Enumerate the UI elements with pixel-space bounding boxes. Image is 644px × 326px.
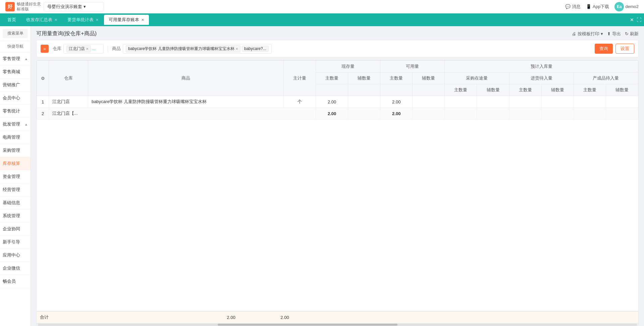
- sidebar-item-retail-mall[interactable]: 零售商城: [0, 65, 31, 79]
- remove-product-1-icon[interactable]: ✕: [235, 47, 238, 51]
- cell-fin-aux: [606, 96, 638, 108]
- sidebar-item-ecommerce[interactable]: 电商管理: [0, 131, 31, 144]
- tab-home[interactable]: 首页: [3, 15, 21, 25]
- close-icon[interactable]: ✕: [141, 18, 144, 22]
- page-title: 可用量查询(按仓库+商品): [36, 30, 97, 37]
- filter-expand-button[interactable]: »: [41, 45, 49, 53]
- cell-sub-pur-main: [445, 108, 477, 120]
- th-avail-aux2: [413, 84, 445, 96]
- footer-values: 2.00 2.00: [90, 315, 486, 320]
- cell-sub-avail-main: 2.00: [380, 108, 413, 120]
- message-button[interactable]: 💬 消息: [565, 4, 581, 10]
- logo-area: 好 畅捷通好生意 标准版: [5, 2, 41, 11]
- logo-text: 畅捷通好生意 标准版: [17, 2, 41, 11]
- cell-fin-main: [574, 96, 606, 108]
- cell-stock-main: 2.00: [316, 96, 348, 108]
- chevron-down-icon: ▾: [84, 4, 86, 9]
- th-pur-aux: 辅数量: [477, 84, 509, 96]
- sidebar-item-newbie[interactable]: 新手引导: [0, 236, 31, 249]
- template-print-button[interactable]: 🖨 按模板打印 ▾: [572, 31, 603, 37]
- arrow-icon: ▲: [24, 57, 28, 61]
- th-gear[interactable]: ⚙: [37, 61, 49, 96]
- sidebar-item-retail-stats[interactable]: 零售统计: [0, 105, 31, 118]
- footer-avail-main: 2.00: [271, 315, 298, 320]
- inventory-table: ⚙ 仓库 商品 主计量 现存量 可用量 预计入库量 主数量 辅数量 主数量: [37, 60, 638, 120]
- sidebar-item-operations[interactable]: 经营管理: [0, 183, 31, 196]
- company-selector[interactable]: 母婴行业演示账套 ▾: [44, 2, 104, 11]
- table-footer: 合计 2.00 2.00: [37, 311, 638, 323]
- cell-unit: 个: [284, 96, 316, 108]
- cell-avail-aux: [413, 96, 445, 108]
- filter-bar: » 仓库 江北门店 ✕ ... 商品 babycare学饮杯 儿童防摔防撞吸管杯…: [36, 40, 639, 57]
- tab-available-inventory[interactable]: 可用量库存账本 ✕: [104, 15, 149, 25]
- th-fin-main: 主数量: [574, 84, 606, 96]
- product-input[interactable]: babycare学饮杯 儿童防摔防撞吸管杯重力球吸嘴杯宝宝水杯 ✕ babyca…: [123, 44, 272, 54]
- sidebar-item-enterprise-wechat[interactable]: 企业微信: [0, 262, 31, 275]
- cell-sub-fin-main: [574, 108, 606, 120]
- refresh-button[interactable]: ↻ 刷新: [625, 31, 639, 37]
- quick-nav-button[interactable]: 快捷导航: [0, 41, 31, 52]
- th-fin-aux: 辅数量: [606, 84, 638, 96]
- sidebar-item-enterprise-collab[interactable]: 企业协同: [0, 223, 31, 236]
- th-stock-main2: [316, 84, 348, 96]
- chevron-down-icon: ▾: [601, 31, 603, 36]
- sidebar-item-basic-info[interactable]: 基础信息: [0, 196, 31, 209]
- warehouse-tag[interactable]: 江北门店 ✕: [66, 45, 91, 52]
- close-tab-icon[interactable]: ✕: [630, 17, 634, 22]
- sidebar-item-finance[interactable]: 资金管理: [0, 170, 31, 183]
- app-download-button[interactable]: 📱 App下载: [586, 4, 609, 10]
- th-stock-aux: 辅数量: [348, 73, 380, 84]
- tab-order-stats[interactable]: 要货单统计表 ✕: [63, 15, 103, 25]
- footer-label: 合计: [40, 314, 90, 320]
- subtotal-row: 2 江北门店【... 2.00 2.00: [37, 108, 638, 120]
- cell-warehouse: 江北门店: [49, 96, 88, 108]
- search-menu-button[interactable]: 搜索菜单: [3, 29, 28, 38]
- filter-actions: 查询 设置: [595, 44, 634, 54]
- remove-warehouse-icon[interactable]: ✕: [86, 47, 89, 51]
- export-button[interactable]: ⬆ 导出: [607, 31, 621, 37]
- sidebar-item-purchase[interactable]: 采购管理: [0, 144, 31, 157]
- sidebar-item-member[interactable]: 畅会员: [0, 275, 31, 288]
- top-bar: 好 畅捷通好生意 标准版 母婴行业演示账套 ▾ 💬 消息 📱 App下载 Ea …: [0, 0, 644, 13]
- settings-button[interactable]: 设置: [615, 44, 634, 54]
- th-stock-aux2: [348, 84, 380, 96]
- window-controls: ✕ ⛶: [630, 17, 641, 22]
- warehouse-label: 仓库: [53, 46, 61, 52]
- warehouse-input[interactable]: 江北门店 ✕ ...: [63, 44, 104, 54]
- product-tag-1[interactable]: babycare学饮杯 儿童防摔防撞吸管杯重力球吸嘴杯宝宝水杯 ✕: [126, 45, 240, 52]
- warehouse-more[interactable]: ...: [92, 46, 96, 51]
- th-warehouse: 仓库: [49, 61, 88, 96]
- print-icon: 🖨: [572, 31, 576, 36]
- table-wrapper[interactable]: ⚙ 仓库 商品 主计量 现存量 可用量 预计入库量 主数量 辅数量 主数量: [37, 60, 638, 311]
- sidebar-item-marketing[interactable]: 营销推广: [0, 79, 31, 92]
- th-inc-main: 主数量: [509, 84, 541, 96]
- close-icon[interactable]: ✕: [96, 18, 99, 22]
- cell-sub-pur-aux: [477, 108, 509, 120]
- close-icon[interactable]: ✕: [54, 18, 57, 22]
- query-button[interactable]: 查询: [595, 44, 613, 54]
- sidebar-item-system[interactable]: 系统管理: [0, 209, 31, 223]
- cell-pur-aux: [477, 96, 509, 108]
- scrollbar-thumb[interactable]: [218, 324, 397, 326]
- th-expected-inbound: 预计入库量: [445, 61, 638, 73]
- logo-icon: 好: [5, 2, 15, 11]
- th-finished: 产成品待入量: [574, 73, 638, 84]
- user-profile[interactable]: Ea demo2: [614, 2, 639, 11]
- th-pur-main: 主数量: [445, 84, 477, 96]
- sidebar-item-member-center[interactable]: 会员中心: [0, 92, 31, 105]
- message-icon: 💬: [565, 4, 571, 9]
- sidebar-item-app-center[interactable]: 应用中心: [0, 249, 31, 262]
- th-inc-aux: 辅数量: [541, 84, 574, 96]
- fullscreen-icon[interactable]: ⛶: [637, 17, 641, 22]
- page-header: 可用量查询(按仓库+商品) 🖨 按模板打印 ▾ ⬆ 导出 ↻ 刷新: [31, 26, 644, 40]
- tab-receivables-summary[interactable]: 收发存汇总表 ✕: [21, 15, 62, 25]
- cell-sub-index: 2: [37, 108, 49, 120]
- product-tag-2[interactable]: babycare?...: [242, 46, 269, 52]
- sidebar-item-wholesale[interactable]: 批发管理 ▲: [0, 118, 31, 131]
- table-row: 1 江北门店 babycare学饮杯 儿童防摔防撞吸管杯重力球吸嘴杯宝宝水杯 个…: [37, 96, 638, 108]
- sidebar-item-retail-management[interactable]: 零售管理 ▲: [0, 52, 31, 65]
- filter-divider: [108, 45, 108, 52]
- sidebar-item-inventory[interactable]: 库存核算: [0, 157, 31, 170]
- download-icon: 📱: [586, 4, 591, 9]
- horizontal-scrollbar[interactable]: [37, 323, 638, 326]
